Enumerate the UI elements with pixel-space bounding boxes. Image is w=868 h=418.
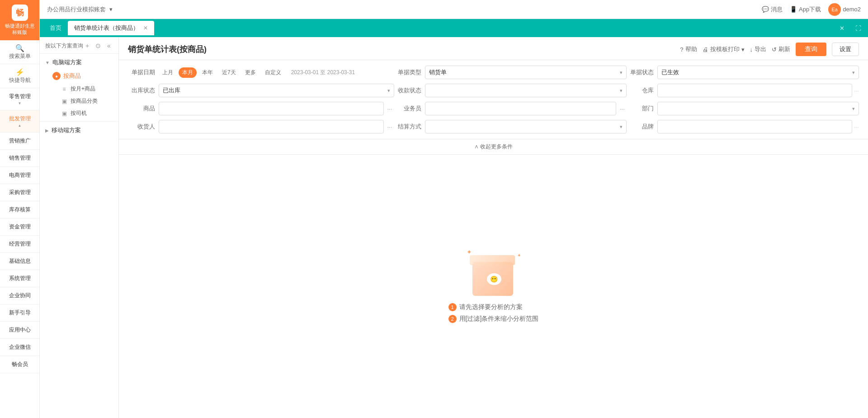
scheme-sub-item-month-product[interactable]: ≡ 按月+商品 [40, 83, 118, 95]
avatar: Ea [828, 3, 841, 16]
print-arrow-icon: ▾ [741, 46, 745, 53]
salesperson-select[interactable] [425, 102, 616, 115]
scheme-edit-icon[interactable]: ⊙ [94, 42, 102, 50]
export-icon: ↓ [750, 46, 753, 53]
sidebar-item-basic[interactable]: 基础信息 [0, 253, 39, 270]
refresh-icon: ↺ [772, 46, 777, 53]
sidebar-item-guide[interactable]: 新手引导 [0, 304, 39, 322]
table-icon: ≡ [61, 86, 68, 93]
salesperson-more-icon[interactable]: ··· [618, 105, 627, 112]
payment-select[interactable]: ▾ [425, 120, 627, 133]
query-button[interactable]: 查询 [796, 43, 826, 56]
last-7-btn[interactable]: 近7天 [218, 67, 240, 78]
sidebar-item-member[interactable]: 畅会员 [0, 356, 39, 373]
tab-expand-icon[interactable]: ⛶ [852, 22, 864, 34]
sidebar-item-wechat[interactable]: 企业微信 [0, 339, 39, 356]
sidebar-item-sales[interactable]: 销售管理 [0, 150, 39, 167]
tab-close-icon[interactable]: ✕ [143, 25, 148, 31]
empty-hints: 1 请先选择要分析的方案 2 用[过滤]条件来缩小分析范围 [448, 303, 539, 327]
receiver-select[interactable] [159, 120, 384, 133]
collapse-bar[interactable]: ∧ 收起更多条件 [119, 139, 868, 155]
scheme-group-mobile: ▶ 移动端方案 [40, 121, 118, 139]
goods-select[interactable] [159, 102, 384, 115]
scheme-group-pc-header[interactable]: ▼ 电脑端方案 [40, 56, 118, 69]
receiver-more-icon[interactable]: ··· [386, 124, 394, 130]
scheme-group-mobile-header[interactable]: ▶ 移动端方案 [40, 124, 118, 137]
sidebar-item-finance[interactable]: 资金管理 [0, 218, 39, 236]
scheme-collapse-icon[interactable]: « [105, 42, 113, 50]
scheme-sub-item-category[interactable]: ▣ 按商品分类 [40, 95, 118, 107]
filter-row-2: 出库状态 已出库 ▾ 收款状态 ▾ 仓库 [128, 84, 859, 97]
receiver-label: 收货人 [128, 123, 159, 131]
chevron-down-icon: ▼ [45, 60, 50, 65]
chevron-down-icon: ▾ [852, 70, 855, 76]
doc-status-select[interactable]: 已生效 ▾ [657, 66, 859, 79]
goods-label: 商品 [128, 104, 159, 113]
export-btn[interactable]: ↓ 导出 [750, 45, 767, 53]
sidebar-item-ecommerce[interactable]: 电商管理 [0, 167, 39, 184]
top-actions: 💬 消息 📱 App下载 Ea demo2 [762, 3, 861, 16]
chevron-right-icon: ▶ [45, 128, 49, 133]
tab-home[interactable]: 首页 [43, 21, 68, 35]
empty-illustration: 😶 ✦ ✦ [464, 246, 523, 296]
scheme-sub-item-driver[interactable]: ▣ 按司机 [40, 107, 118, 119]
custom-btn[interactable]: 自定义 [261, 67, 285, 78]
help-btn[interactable]: ? 帮助 [680, 45, 697, 53]
tab-close-window-icon[interactable]: ✕ [835, 22, 848, 34]
help-icon: ? [680, 46, 683, 53]
empty-hint-1: 1 请先选择要分析的方案 [448, 303, 539, 311]
sidebar-item-marketing[interactable]: 营销推广 [0, 133, 39, 150]
out-status-select[interactable]: 已出库 ▾ [159, 84, 394, 97]
grid-icon2: ▣ [61, 110, 68, 117]
sidebar-item-system[interactable]: 系统管理 [0, 270, 39, 287]
tab-sales-stat[interactable]: 销货单统计表（按商品） ✕ [68, 21, 154, 35]
sidebar-item-wholesale[interactable]: 批发管理 ▲ [0, 110, 39, 133]
last-month-btn[interactable]: 上月 [159, 67, 177, 78]
doc-type-select[interactable]: 销货单 ▾ [425, 66, 627, 79]
scheme-header: 按以下方案查询 + ⊙ « [40, 37, 118, 54]
brand-select[interactable] [657, 120, 852, 133]
workspace-selector[interactable]: 办公用品行业模拟账套 ▾ [47, 5, 113, 14]
chevron-up-icon: ▲ [18, 124, 22, 128]
logo-text: 畅捷通好生意标账版 [5, 23, 35, 36]
sidebar-item-apps[interactable]: 应用中心 [0, 322, 39, 339]
settings-button[interactable]: 设置 [832, 43, 859, 56]
sidebar-search[interactable]: 🔍 搜索菜单 [0, 40, 39, 64]
sidebar-quick-nav[interactable]: ⚡ 快捷导航 [0, 64, 39, 88]
message-icon: 💬 [762, 6, 769, 13]
doc-type-label: 单据类型 [394, 68, 425, 76]
sidebar: 畅 畅捷通好生意标账版 🔍 搜索菜单 ⚡ 快捷导航 零售管理 ▼ 批发管理 ▲ … [0, 0, 40, 418]
scheme-add-icon[interactable]: + [83, 42, 91, 50]
sidebar-item-corp[interactable]: 企业协同 [0, 287, 39, 304]
scheme-item-by-product[interactable]: ● 按商品 [40, 69, 118, 83]
print-btn[interactable]: 🖨 按模板打印 ▾ [703, 45, 745, 53]
user-profile[interactable]: Ea demo2 [828, 3, 861, 16]
sidebar-item-operations[interactable]: 经营管理 [0, 236, 39, 253]
sidebar-item-retail[interactable]: 零售管理 ▼ [0, 88, 39, 110]
message-btn[interactable]: 💬 消息 [762, 5, 783, 14]
chevron-down-icon: ▾ [387, 88, 390, 94]
warehouse-select[interactable] [657, 84, 852, 97]
scheme-group-pc: ▼ 电脑端方案 ● 按商品 ≡ 按月+商品 ▣ 按商品分类 ▣ 按司机 [40, 54, 118, 121]
logo-icon: 畅 [12, 5, 28, 21]
refresh-btn[interactable]: ↺ 刷新 [772, 45, 790, 53]
receipt-status-select[interactable]: ▾ [425, 84, 627, 97]
empty-hint-2: 2 用[过滤]条件来缩小分析范围 [448, 315, 539, 323]
salesperson-label: 业务员 [394, 104, 425, 113]
sidebar-item-purchase[interactable]: 采购管理 [0, 184, 39, 201]
dept-label: 部门 [627, 104, 657, 113]
sidebar-item-inventory[interactable]: 库存核算 [0, 201, 39, 218]
page-header: 销货单统计表(按商品) ? 帮助 🖨 按模板打印 ▾ ↓ 导出 [119, 37, 868, 60]
dept-select[interactable]: ▾ [657, 102, 859, 115]
app-download-btn[interactable]: 📱 App下载 [790, 5, 821, 14]
goods-more-icon[interactable]: ··· [386, 105, 394, 112]
filter-row-3: 商品 ··· 业务员 ··· 部门 [128, 102, 859, 115]
chevron-down-icon: ▾ [852, 106, 855, 112]
filter-row-1: 单据日期 上月 本月 本年 近7天 更多 自定义 2023-03-01 至 20… [128, 66, 859, 79]
app-logo[interactable]: 畅 畅捷通好生意标账版 [0, 0, 40, 40]
more-btn[interactable]: 更多 [241, 67, 259, 78]
tab-bar-right-actions: ✕ ⛶ [835, 22, 864, 34]
this-year-btn[interactable]: 本年 [198, 67, 217, 78]
this-month-btn[interactable]: 本月 [179, 67, 197, 78]
top-header: 办公用品行业模拟账套 ▾ 💬 消息 📱 App下载 Ea demo2 [40, 0, 868, 19]
